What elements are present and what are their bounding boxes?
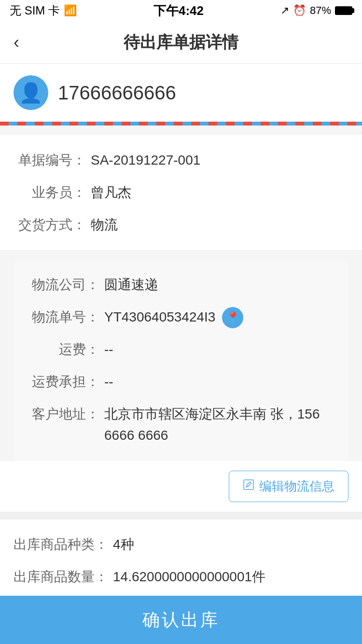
logistics-card: 物流公司： 圆通速递 物流单号： YT43064053424I3 📍 运费： -… xyxy=(14,260,348,461)
edit-logistics-button[interactable]: 编辑物流信息 xyxy=(229,471,348,502)
logistics-company-label: 物流公司： xyxy=(27,274,104,296)
logistics-company-row: 物流公司： 圆通速递 xyxy=(27,274,335,296)
logistics-company-value: 圆通速递 xyxy=(104,274,335,296)
freight-row: 运费： -- xyxy=(27,339,335,361)
status-bar: 无 SIM 卡 📶 下午4:42 ↗ ⏰ 87% xyxy=(0,0,362,21)
goods-type-row: 出库商品种类： 4种 xyxy=(14,534,348,556)
edit-logistics-btn-row: 编辑物流信息 xyxy=(0,461,362,512)
goods-quantity-row: 出库商品数量： 14.6200000000000001件 xyxy=(14,566,348,588)
delivery-method-value: 物流 xyxy=(91,214,348,236)
address-value: 北京市市辖区海淀区永丰南 张，156 6666 6666 xyxy=(104,404,335,447)
goods-type-label: 出库商品种类： xyxy=(14,534,113,556)
status-right: ↗ ⏰ 87% xyxy=(280,4,352,17)
sales-person-label: 业务员： xyxy=(14,182,91,204)
page-title: 待出库单据详情 xyxy=(124,31,238,54)
goods-quantity-label: 出库商品数量： xyxy=(14,566,113,588)
doc-number-label: 单据编号： xyxy=(14,150,91,171)
customer-header: 👤 17666666666 xyxy=(0,64,362,122)
tracking-location-icon[interactable]: 📍 xyxy=(222,307,243,328)
sales-person-row: 业务员： 曾凡杰 xyxy=(14,182,348,204)
wifi-icon: 📶 xyxy=(64,4,77,17)
status-left: 无 SIM 卡 📶 xyxy=(10,3,77,18)
tracking-number-value: YT43064053424I3 📍 xyxy=(104,307,335,328)
freight-bearer-value: -- xyxy=(104,371,335,393)
freight-bearer-row: 运费承担： -- xyxy=(27,371,335,393)
svg-rect-0 xyxy=(244,480,253,490)
document-info-section: 单据编号： SA-20191227-001 业务员： 曾凡杰 交货方式： 物流 xyxy=(0,135,362,250)
location-status-icon: ↗ xyxy=(280,4,289,17)
freight-label: 运费： xyxy=(27,339,104,361)
carrier-label: 无 SIM 卡 xyxy=(10,3,60,18)
address-row: 客户地址： 北京市市辖区海淀区永丰南 张，156 6666 6666 xyxy=(27,404,335,447)
gray-separator xyxy=(0,512,362,519)
edit-icon xyxy=(243,479,254,494)
doc-number-value: SA-20191227-001 xyxy=(91,150,348,171)
alarm-icon: ⏰ xyxy=(293,4,306,17)
sales-person-value: 曾凡杰 xyxy=(91,182,348,204)
back-button[interactable]: ‹ xyxy=(14,32,19,53)
battery-icon xyxy=(335,6,352,15)
goods-quantity-value: 14.6200000000000001件 xyxy=(113,566,348,588)
confirm-button[interactable]: 确认出库 xyxy=(0,596,362,644)
goods-type-value: 4种 xyxy=(113,534,348,556)
battery-label: 87% xyxy=(310,4,331,17)
nav-bar: ‹ 待出库单据详情 xyxy=(0,21,362,64)
tracking-number-label: 物流单号： xyxy=(27,307,104,328)
doc-number-row: 单据编号： SA-20191227-001 xyxy=(14,150,348,171)
avatar-icon: 👤 xyxy=(19,82,43,104)
freight-value: -- xyxy=(104,339,335,361)
customer-phone: 17666666666 xyxy=(58,82,176,104)
freight-bearer-label: 运费承担： xyxy=(27,371,104,393)
status-time: 下午4:42 xyxy=(153,2,204,19)
goods-section: 出库商品种类： 4种 出库商品数量： 14.6200000000000001件 xyxy=(0,519,362,602)
avatar: 👤 xyxy=(14,75,48,110)
delivery-method-label: 交货方式： xyxy=(14,214,91,236)
edit-logistics-label: 编辑物流信息 xyxy=(259,478,334,495)
dashed-divider xyxy=(0,122,362,126)
tracking-number-row: 物流单号： YT43064053424I3 📍 xyxy=(27,307,335,328)
delivery-method-row: 交货方式： 物流 xyxy=(14,214,348,236)
address-label: 客户地址： xyxy=(27,404,104,425)
